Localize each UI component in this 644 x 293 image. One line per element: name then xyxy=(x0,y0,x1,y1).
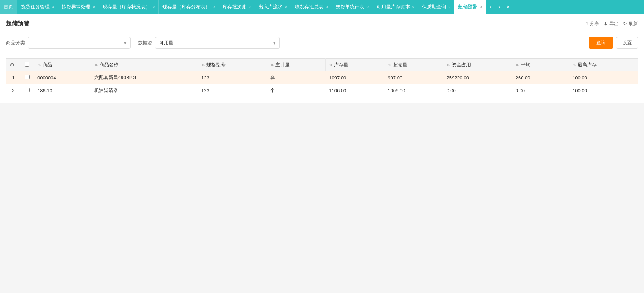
table-header-row: ⚙ ⇅ 商品... ⇅ 商品名称 ⇅ 规格型号 ⇅ xyxy=(6,59,638,71)
nav-tab-task[interactable]: 拣货任务管理 × xyxy=(17,0,58,14)
col-over-label: 超储量 xyxy=(393,62,407,67)
close-abnormal-icon[interactable]: × xyxy=(92,5,95,9)
col-max-label: 最高库存 xyxy=(578,62,597,67)
filter-buttons: 查询 设置 xyxy=(589,37,638,49)
nav-tab-stock-dist-label: 现存量（库存分布表） xyxy=(162,4,210,10)
nav-tab-order-stat[interactable]: 要货单统计表 × xyxy=(332,0,373,14)
row-over: 1006.00 xyxy=(384,84,443,97)
nav-tab-abnormal-label: 拣货异常处理 xyxy=(62,4,90,10)
nav-tab-inout-label: 出入库流水 xyxy=(259,4,282,10)
col-header-avg[interactable]: ⇅ 平均... xyxy=(512,59,569,71)
sort-spec-icon: ⇅ xyxy=(202,63,205,67)
share-icon: ⤴ xyxy=(586,21,588,26)
close-task-icon[interactable]: × xyxy=(52,5,54,9)
nav-arrow-close[interactable]: × xyxy=(504,0,512,14)
datasource-filter-group: 数据源 可用量 ▾ xyxy=(138,37,280,49)
sort-unit-icon: ⇅ xyxy=(271,63,274,67)
category-arrow-icon: ▾ xyxy=(124,40,127,46)
category-label: 商品分类 xyxy=(6,40,25,46)
col-header-name[interactable]: ⇅ 商品名称 xyxy=(91,59,198,71)
col-header-capital[interactable]: ⇅ 资金占用 xyxy=(443,59,512,71)
nav-tab-collect[interactable]: 收发存汇总表 × xyxy=(291,0,332,14)
nav-tab-batch[interactable]: 库存批次账 × xyxy=(219,0,255,14)
col-stock-label: 库存量 xyxy=(334,62,348,67)
top-nav: 首页 拣货任务管理 × 拣货异常处理 × 现存量（库存状况表） × 现存量（库存… xyxy=(0,0,644,14)
nav-tab-quality[interactable]: 保质期查询 × xyxy=(418,0,454,14)
share-label: 分享 xyxy=(590,21,599,27)
close-available-icon[interactable]: × xyxy=(412,5,414,9)
page-header: 超储预警 ⤴ 分享 ⬇ 导出 ↻ 刷新 xyxy=(6,20,638,27)
row-capital: 0.00 xyxy=(443,84,512,97)
category-select[interactable]: ▾ xyxy=(28,37,131,49)
nav-arrow-left[interactable]: ‹ xyxy=(486,0,495,14)
row-unit: 个 xyxy=(267,84,325,97)
col-header-stock[interactable]: ⇅ 库存量 xyxy=(325,59,384,71)
nav-tab-stock-status-label: 现存量（库存状况表） xyxy=(103,4,150,10)
datasource-label: 数据源 xyxy=(138,40,152,46)
col-header-spec[interactable]: ⇅ 规格型号 xyxy=(198,59,267,71)
row-checkbox-cell xyxy=(21,84,34,97)
query-button[interactable]: 查询 xyxy=(589,37,613,49)
table-row: 1 0000004 六配套新昌490BPG 123 套 1097.00 997.… xyxy=(6,71,638,84)
col-header-checkbox xyxy=(21,59,34,71)
gear-settings-icon[interactable]: ⚙ xyxy=(10,62,14,68)
sort-name-icon: ⇅ xyxy=(95,63,98,67)
row-name: 机油滤清器 xyxy=(91,84,198,97)
nav-tab-task-label: 拣货任务管理 xyxy=(21,4,50,10)
nav-tab-overstock[interactable]: 超储预警 × xyxy=(454,0,486,14)
nav-tab-abnormal[interactable]: 拣货异常处理 × xyxy=(58,0,99,14)
close-collect-icon[interactable]: × xyxy=(326,5,328,9)
row-code: 0000004 xyxy=(34,71,91,84)
close-inout-icon[interactable]: × xyxy=(285,5,287,9)
close-batch-icon[interactable]: × xyxy=(249,5,251,9)
col-header-gear[interactable]: ⚙ xyxy=(6,59,21,71)
header-actions: ⤴ 分享 ⬇ 导出 ↻ 刷新 xyxy=(586,21,638,27)
settings-button[interactable]: 设置 xyxy=(616,37,638,49)
nav-tab-batch-label: 库存批次账 xyxy=(223,4,246,10)
row-checkbox[interactable] xyxy=(25,75,30,79)
col-capital-label: 资金占用 xyxy=(452,62,471,67)
select-all-checkbox[interactable] xyxy=(25,62,29,67)
col-unit-label: 主计量 xyxy=(275,62,290,67)
sort-avg-icon: ⇅ xyxy=(516,63,519,67)
sort-max-icon: ⇅ xyxy=(573,63,576,67)
nav-tab-inout[interactable]: 出入库流水 × xyxy=(255,0,291,14)
col-code-label: 商品... xyxy=(43,62,56,67)
share-action[interactable]: ⤴ 分享 xyxy=(586,21,599,27)
close-overstock-icon[interactable]: × xyxy=(479,5,482,9)
nav-tab-home[interactable]: 首页 xyxy=(0,0,17,14)
refresh-label: 刷新 xyxy=(629,21,638,27)
row-checkbox[interactable] xyxy=(25,88,30,92)
nav-tab-available[interactable]: 可用量库存账本 × xyxy=(373,0,418,14)
col-header-code[interactable]: ⇅ 商品... xyxy=(34,59,91,71)
row-checkbox-cell xyxy=(21,71,34,84)
nav-tab-stock-dist[interactable]: 现存量（库存分布表） × xyxy=(159,0,219,14)
row-index: 1 xyxy=(6,71,21,84)
close-stock-status-icon[interactable]: × xyxy=(153,5,155,9)
datasource-value: 可用量 xyxy=(159,40,173,46)
main-content: 超储预警 ⤴ 分享 ⬇ 导出 ↻ 刷新 商品分类 ▾ 数据源 xyxy=(0,14,644,103)
nav-tab-quality-label: 保质期查询 xyxy=(422,4,446,10)
nav-tab-stock-status[interactable]: 现存量（库存状况表） × xyxy=(99,0,159,14)
nav-arrow-right[interactable]: › xyxy=(495,0,504,14)
refresh-action[interactable]: ↻ 刷新 xyxy=(623,21,638,27)
datasource-select[interactable]: 可用量 ▾ xyxy=(155,37,280,49)
close-order-stat-icon[interactable]: × xyxy=(366,5,369,9)
row-avg: 0.00 xyxy=(512,84,569,97)
close-quality-icon[interactable]: × xyxy=(448,5,450,9)
close-stock-dist-icon[interactable]: × xyxy=(212,5,215,9)
col-header-max[interactable]: ⇅ 最高库存 xyxy=(569,59,638,71)
col-header-over[interactable]: ⇅ 超储量 xyxy=(384,59,443,71)
col-avg-label: 平均... xyxy=(521,62,534,67)
row-stock: 1106.00 xyxy=(325,84,384,97)
nav-tab-collect-label: 收发存汇总表 xyxy=(295,4,323,10)
row-spec: 123 xyxy=(198,71,267,84)
row-index: 2 xyxy=(6,84,21,97)
nav-tab-available-label: 可用量库存账本 xyxy=(377,4,410,10)
export-icon: ⬇ xyxy=(604,21,608,26)
col-name-label: 商品名称 xyxy=(99,62,118,67)
export-action[interactable]: ⬇ 导出 xyxy=(604,21,619,27)
sort-stock-icon: ⇅ xyxy=(329,63,332,67)
col-header-unit[interactable]: ⇅ 主计量 xyxy=(267,59,325,71)
col-spec-label: 规格型号 xyxy=(206,62,226,67)
